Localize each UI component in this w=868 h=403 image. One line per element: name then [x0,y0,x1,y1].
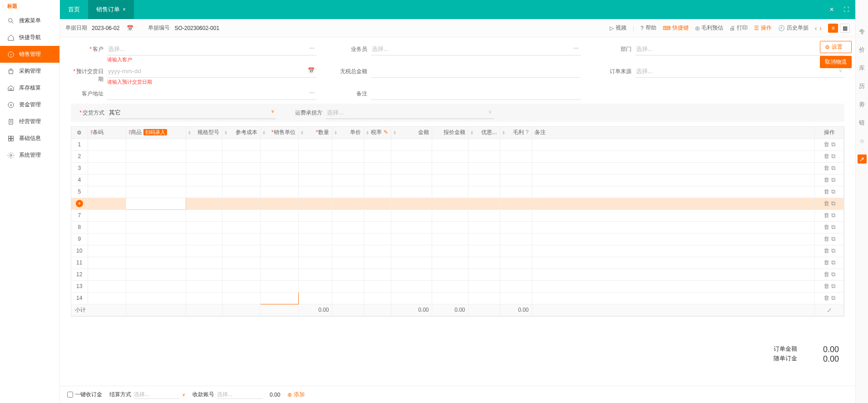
print-link[interactable]: 🖨打印 [730,24,748,32]
freight-input[interactable] [326,106,494,119]
customer-input[interactable] [107,43,316,55]
copy-icon[interactable]: ⧉ [831,200,835,207]
video-link[interactable]: ▷视频 [610,24,626,32]
chevron-down-icon[interactable]: ∨ [271,109,274,114]
close-icon[interactable]: × [123,6,126,13]
barcode-col[interactable]: *条码 [88,127,126,139]
sidebar-item-stock[interactable]: 库存核算 [0,80,59,96]
settings-button[interactable]: ⚙设置 [820,41,852,53]
action-link[interactable]: ☰操作 [754,24,772,32]
qty-col[interactable]: *数量 [298,127,332,139]
copy-icon[interactable]: ⧉ [831,212,835,219]
amount-input[interactable] [371,65,580,78]
sidebar-item-basic[interactable]: 基础信息 [0,130,59,147]
delete-icon[interactable]: 🗑 [824,176,829,183]
add-settlement-link[interactable]: ⊕添加 [287,391,305,398]
delete-icon[interactable]: 🗑 [824,212,829,219]
dept-input[interactable] [635,43,844,55]
rail-item[interactable]: 库 [858,64,867,73]
copy-icon[interactable]: ⧉ [831,235,835,242]
next-doc-icon[interactable]: › [819,25,822,32]
delete-icon[interactable]: 🗑 [824,259,829,266]
delete-icon[interactable]: 🗑 [824,247,829,254]
rail-item[interactable]: ☆ [858,136,867,145]
discount-col[interactable]: 优惠... [468,127,500,139]
history-link[interactable]: 🕘历史单据 [778,24,809,32]
gear-col[interactable]: ⚙ [71,127,88,139]
sidebar-item-nav[interactable]: 快捷导航 [0,29,59,46]
cancel-logistics-button[interactable]: 取消物流 [820,56,852,68]
more-icon[interactable]: ⋯ [309,90,315,96]
delete-icon[interactable]: 🗑 [824,271,829,278]
copy-icon[interactable]: ⧉ [831,164,835,171]
more-icon[interactable]: ⋯ [573,45,579,51]
table-row[interactable]: +🗑⧉ [71,198,844,209]
amount-col[interactable]: 金额 [391,127,432,139]
delivery-date-input[interactable] [107,65,316,78]
calendar-icon[interactable]: 📅 [308,67,315,74]
rail-item[interactable]: 专 [858,27,867,36]
salesman-input[interactable] [371,43,580,55]
table-row[interactable]: 9🗑⧉ [71,233,844,245]
chevron-down-icon[interactable]: ∨ [182,392,185,397]
tab-home[interactable]: 首页 [60,0,88,19]
table-row[interactable]: 3🗑⧉ [71,162,844,174]
delete-icon[interactable]: 🗑 [824,164,829,171]
copy-icon[interactable]: ⧉ [831,224,835,230]
copy-icon[interactable]: ⧉ [831,188,835,195]
delete-icon[interactable]: 🗑 [824,294,829,301]
copy-icon[interactable]: ⧉ [831,283,835,289]
chevron-down-icon[interactable]: ∨ [838,67,843,74]
delete-icon[interactable]: 🗑 [824,141,829,148]
chevron-down-icon[interactable]: ∨ [488,109,492,115]
sidebar-item-fund[interactable]: ¥ 资金管理 [0,96,59,113]
copy-icon[interactable]: ⧉ [831,141,835,148]
rail-item[interactable]: 链 [858,118,867,127]
table-row[interactable]: 8🗑⧉ [71,221,844,233]
table-row[interactable]: 2🗑⧉ [71,150,844,162]
copy-icon[interactable]: ⧉ [831,294,835,301]
sidebar-item-system[interactable]: 系统管理 [0,147,59,164]
rail-item[interactable]: ↗ [858,154,867,164]
account-select[interactable]: 选择... [217,391,262,399]
help-link[interactable]: ?帮助 [641,24,656,32]
delete-icon[interactable]: 🗑 [824,224,829,230]
address-input[interactable] [107,87,316,100]
unit-col[interactable]: *销售单位 [260,127,298,139]
tax-col[interactable]: 税率 ✎ [364,127,391,139]
tab-close-all-icon[interactable]: ✕ [826,4,837,15]
deposit-checkbox[interactable]: 一键收订金 [67,391,102,398]
quote-col[interactable]: 报价金额 [432,127,468,139]
table-row[interactable]: 11🗑⧉ [71,257,844,269]
expand-icon[interactable]: ⤢ [827,307,832,313]
add-row-icon[interactable]: + [76,200,83,207]
table-row[interactable]: 5🗑⧉ [71,186,844,198]
settle-select[interactable]: 选择... [134,391,179,399]
remark-input[interactable] [371,87,580,100]
table-row[interactable]: 10🗑⧉ [71,245,844,257]
sidebar-item-search[interactable]: 搜索菜单 [0,12,59,29]
table-row[interactable]: 7🗑⧉ [71,209,844,221]
doc-date-value[interactable]: 2023-06-02 [92,25,119,31]
more-icon[interactable]: ⋯ [309,45,315,51]
product-col[interactable]: *商品扫码录入 [126,127,186,139]
source-input[interactable] [635,65,844,78]
gross-link[interactable]: ◎毛利预估 [695,24,723,32]
delete-icon[interactable]: 🗑 [824,235,829,242]
gross-col[interactable]: 毛利 ? [500,127,532,139]
rail-item[interactable]: 价 [858,45,867,55]
delete-icon[interactable]: 🗑 [824,188,829,195]
prev-doc-icon[interactable]: ‹ [815,25,817,32]
copy-icon[interactable]: ⧉ [831,271,835,278]
price-col[interactable]: 单价 [332,127,364,139]
delete-icon[interactable]: 🗑 [824,283,829,289]
view-list-icon[interactable]: ≡ [828,24,838,33]
copy-icon[interactable]: ⧉ [831,176,835,183]
sidebar-item-sales[interactable]: 销售管理 [0,46,59,63]
remark-col[interactable]: 备注 [532,127,815,139]
spec-col[interactable]: 规格型号 [186,127,222,139]
rail-item[interactable]: 劵 [858,100,867,109]
ship-method-input[interactable] [108,106,276,119]
copy-icon[interactable]: ⧉ [831,247,835,254]
sidebar-item-biz[interactable]: 经营管理 [0,113,59,130]
